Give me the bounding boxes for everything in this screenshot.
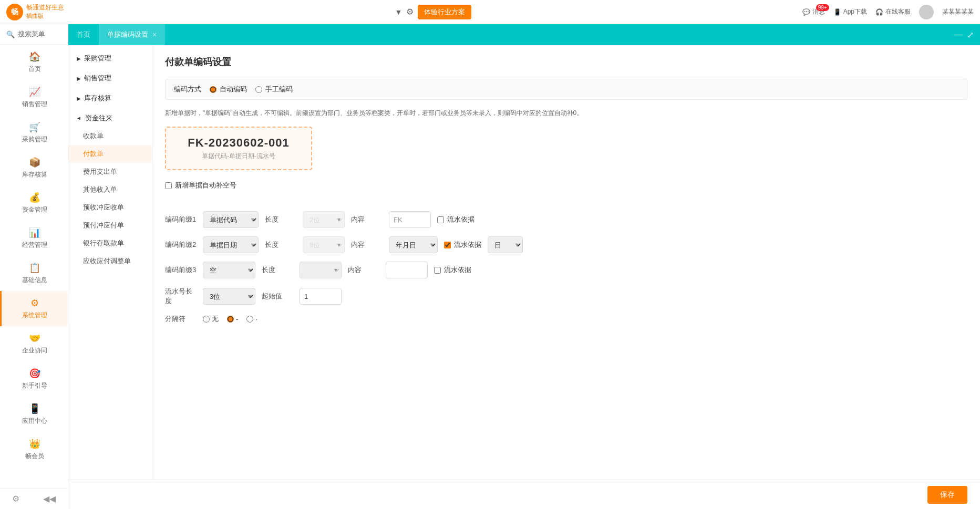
prefix1-content-input[interactable] (389, 211, 431, 228)
sub-menu-item-bank[interactable]: 银行存取款单 (68, 234, 152, 252)
prefix3-length-label: 长度 (262, 265, 293, 275)
manual-encode-radio[interactable]: 手工编码 (255, 85, 293, 94)
auto-fill-label[interactable]: 新增单据自动补空号 (165, 181, 236, 190)
prefix3-content-input[interactable] (386, 262, 428, 278)
tab-close-icon[interactable]: × (152, 30, 157, 39)
sidebar-item-sales[interactable]: 📈 销售管理 (0, 80, 68, 115)
sidebar-item-guide[interactable]: 🎯 新手引导 (0, 361, 68, 397)
auto-fill-row: 新增单据自动补空号 (165, 181, 967, 201)
expand-icon[interactable]: ▼ (395, 8, 402, 16)
operations-icon: 📊 (29, 227, 40, 238)
sidebar-item-operations[interactable]: 📊 经营管理 (0, 221, 68, 256)
sep-none-radio[interactable]: 无 (203, 314, 219, 324)
apps-icon: 📱 (29, 403, 40, 414)
inventory-icon: 📦 (29, 157, 40, 168)
sidebar-item-members[interactable]: 👑 畅会员 (0, 432, 68, 467)
top-bar: 畅 畅通道好生意 插曲版 ▼ ⚙ 体验行业方案 💬 消息 99+ 📱 App下载… (0, 0, 980, 24)
sidebar-item-purchase[interactable]: 🛒 采购管理 (0, 115, 68, 150)
sub-menu-item-prepay-payable[interactable]: 预付冲应付单 (68, 216, 152, 234)
prefix2-label: 编码前缀2 (165, 240, 197, 250)
sub-menu-sales: ▶ 销售管理 (68, 69, 152, 87)
prefix2-serial-check[interactable] (444, 242, 451, 248)
tab-minimize-icon[interactable]: — (954, 30, 963, 40)
manual-encode-input[interactable] (255, 86, 262, 93)
home-icon: 🏠 (29, 51, 40, 63)
collapse-icon[interactable]: ◀◀ (43, 494, 56, 504)
sidebar-item-finance[interactable]: 💰 资金管理 (0, 185, 68, 221)
start-value-label: 起始值 (262, 292, 293, 301)
sidebar-item-system[interactable]: ⚙ 系统管理 (0, 291, 68, 326)
sep-dot-radio[interactable]: · (246, 315, 257, 323)
auto-fill-checkbox[interactable] (165, 182, 172, 189)
sub-menu-sales-title[interactable]: ▶ 销售管理 (68, 69, 152, 87)
sep-dash-input[interactable] (227, 316, 234, 323)
save-button[interactable]: 保存 (927, 486, 967, 504)
prefix1-serial-check[interactable] (437, 216, 444, 223)
message-button[interactable]: 💬 消息 99+ (802, 7, 825, 16)
sub-menu-item-payment[interactable]: 付款单 (68, 145, 152, 163)
prefix2-serial-unit-select[interactable]: 日 (488, 236, 523, 253)
prefix1-row: 编码前缀1 单据代码 长度 2位 内容 (165, 211, 967, 228)
prefix2-serial-unit-wrapper: 日 (488, 236, 523, 253)
sub-menu-purchase-title[interactable]: ▶ 采购管理 (68, 49, 152, 67)
sub-menu-item-adjustment[interactable]: 应收应付调整单 (68, 252, 152, 270)
message-badge: 99+ (816, 4, 829, 11)
serial-length-select[interactable]: 3位 (203, 288, 255, 305)
user-avatar[interactable] (919, 5, 934, 19)
arrow-icon: ▼ (76, 116, 82, 121)
encoding-method-label: 编码方式 (174, 85, 201, 94)
preview-box: FK-20230602-001 单据代码-单据日期-流水号 (165, 127, 312, 170)
prefix1-serial-checkbox[interactable]: 流水依据 (437, 215, 474, 224)
logo-icon: 畅 (6, 4, 23, 20)
sidebar: 🔍 搜索菜单 🏠 首页 📈 销售管理 🛒 采购管理 📦 库存核算 💰 资金管理 … (0, 24, 68, 509)
top-bar-right: 💬 消息 99+ 📱 App下载 🎧 在线客服 某某某某某 (802, 5, 974, 19)
auto-encode-input[interactable] (210, 86, 216, 93)
sidebar-item-enterprise[interactable]: 🤝 企业协同 (0, 326, 68, 361)
sub-menu-item-receipt[interactable]: 收款单 (68, 127, 152, 145)
page-content: ▶ 采购管理 ▶ 销售管理 ▶ 库存核算 (68, 45, 980, 480)
prefix2-content-select[interactable]: 年月日 (389, 236, 438, 253)
sep-none-input[interactable] (203, 316, 210, 323)
tab-current[interactable]: 单据编码设置 × (99, 24, 165, 45)
online-support-button[interactable]: 🎧 在线客服 (875, 7, 911, 16)
logo-text: 畅通道好生意 插曲版 (26, 4, 64, 20)
sidebar-item-apps[interactable]: 📱 应用中心 (0, 397, 68, 432)
prefix3-serial-checkbox[interactable]: 流水依据 (434, 265, 471, 275)
sub-menu-funds-title[interactable]: ▼ 资金往来 (68, 109, 152, 127)
encoding-radio-group: 自动编码 手工编码 (210, 85, 293, 94)
sidebar-item-inventory[interactable]: 📦 库存核算 (0, 150, 68, 185)
settings-main: 付款单编码设置 编码方式 自动编码 手工编码 (152, 45, 980, 480)
sep-dash-radio[interactable]: - (227, 315, 238, 323)
prefix1-select[interactable]: 单据代码 (203, 211, 259, 228)
trial-button[interactable]: 体验行业方案 (418, 5, 471, 19)
prefix1-length-select[interactable]: 2位 (303, 211, 345, 228)
headset-icon: 🎧 (875, 8, 883, 16)
prefix2-length-select[interactable]: 8位 (303, 236, 345, 253)
sidebar-item-home[interactable]: 🏠 首页 (0, 45, 68, 80)
settings-bottom-icon[interactable]: ⚙ (12, 494, 19, 504)
prefix3-serial-check[interactable] (434, 267, 441, 274)
auto-encode-radio[interactable]: 自动编码 (210, 85, 247, 94)
sub-menu-inventory-title[interactable]: ▶ 库存核算 (68, 89, 152, 107)
tab-home[interactable]: 首页 (68, 24, 99, 45)
sub-menu-funds: ▼ 资金往来 收款单 付款单 费用支出单 其他收入单 预收冲应收单 预付冲应付单… (68, 109, 152, 270)
prefix2-serial-checkbox[interactable]: 流水依据 (444, 240, 481, 250)
sub-menu-item-expense[interactable]: 费用支出单 (68, 163, 152, 181)
sub-menu-item-prepay-receivable[interactable]: 预收冲应收单 (68, 199, 152, 216)
prefix3-length-select[interactable] (300, 262, 342, 278)
prefix2-select[interactable]: 单据日期 (203, 236, 259, 253)
prefix3-select[interactable]: 空 (203, 262, 255, 278)
start-value-input[interactable] (300, 288, 342, 305)
app-download-button[interactable]: 📱 App下载 (833, 7, 867, 16)
encoding-method-row: 编码方式 自动编码 手工编码 (165, 79, 967, 100)
sidebar-item-basic-info[interactable]: 📋 基础信息 (0, 256, 68, 291)
teal-tabs-bar: 首页 单据编码设置 × — ⤢ (68, 24, 980, 45)
search-menu[interactable]: 🔍 搜索菜单 (0, 24, 68, 45)
serial-length-label: 流水号长度 (165, 287, 197, 306)
user-name: 某某某某某 (942, 7, 974, 16)
sub-menu-item-other-income[interactable]: 其他收入单 (68, 181, 152, 199)
gear-icon[interactable]: ⚙ (406, 7, 414, 17)
sep-dot-input[interactable] (246, 316, 253, 323)
tab-expand-icon[interactable]: ⤢ (967, 30, 974, 40)
separator-options: 无 - · (203, 314, 257, 324)
